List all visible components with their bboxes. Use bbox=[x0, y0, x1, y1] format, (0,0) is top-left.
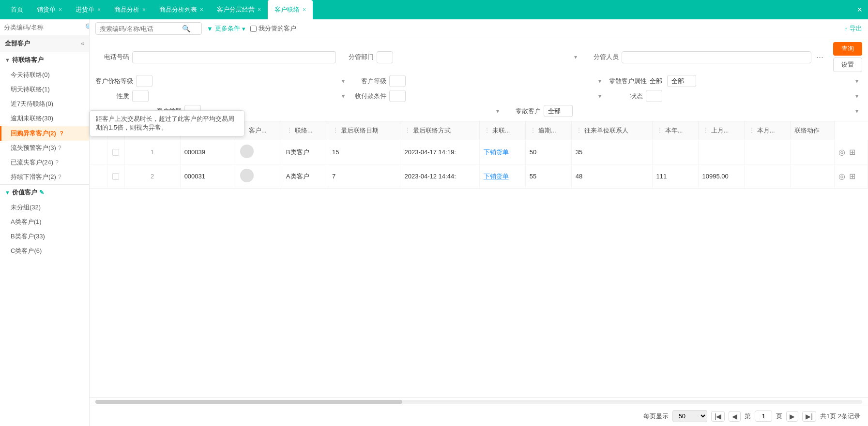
first-page-button[interactable]: |◀ bbox=[711, 411, 725, 422]
sidebar-item-ungroup[interactable]: 未分组(32) bbox=[0, 200, 89, 215]
row-contact-count-cell: 7 bbox=[328, 164, 400, 189]
nav-item-customer-segment[interactable]: 客户分层经营 × bbox=[210, 0, 268, 19]
my-customer-checkbox[interactable] bbox=[250, 26, 257, 32]
nav-item-customer-contact[interactable]: 客户联络 × bbox=[268, 0, 313, 19]
col-this-month[interactable]: 本月... bbox=[744, 121, 790, 140]
row-level-cell: A类客户 bbox=[282, 164, 328, 189]
close-all-tabs-button[interactable]: × bbox=[857, 5, 862, 15]
dept-select[interactable] bbox=[377, 51, 393, 63]
close-purchase-icon[interactable]: × bbox=[97, 6, 101, 13]
manager-more-icon[interactable]: ··· bbox=[814, 53, 825, 61]
page-input[interactable] bbox=[755, 411, 772, 422]
sidebar-pending-title[interactable]: ▼ 待联络客户 bbox=[0, 52, 89, 68]
advanced-filter: 电话号码 分管部门 分管人员 ··· 查询 bbox=[90, 38, 868, 121]
col-no-contact[interactable]: 未联... bbox=[479, 121, 525, 140]
nav-item-analysis[interactable]: 商品分析 × bbox=[107, 0, 152, 19]
nav-item-purchase[interactable]: 进货单 × bbox=[69, 0, 107, 19]
close-analysis-icon[interactable]: × bbox=[142, 6, 146, 13]
nature-select[interactable] bbox=[132, 90, 149, 102]
col-last-month[interactable]: 上月... bbox=[698, 121, 744, 140]
sidebar-search-input[interactable] bbox=[4, 24, 85, 31]
row-checkbox[interactable] bbox=[112, 173, 119, 180]
add-action-icon[interactable]: ⊞ bbox=[849, 172, 855, 181]
more-filter-button[interactable]: ▼ 更多条件 ▾ bbox=[207, 24, 245, 33]
nav-item-home[interactable]: 首页 bbox=[4, 0, 30, 19]
sidebar-value-header[interactable]: ▼ 价值客户 ✎ bbox=[0, 185, 89, 200]
retail-attr-select[interactable]: 全部 bbox=[667, 75, 696, 87]
customer-search-input[interactable] bbox=[100, 25, 182, 32]
nav-item-analysis-list[interactable]: 商品分析列表 × bbox=[152, 0, 210, 19]
status-select[interactable] bbox=[646, 90, 662, 102]
sidebar-item-lost-warning[interactable]: 流失预警客户(3) ? bbox=[0, 141, 89, 155]
customer-search-icon[interactable]: 🔍 bbox=[182, 25, 190, 32]
sidebar-search-icon[interactable]: 🔍 bbox=[85, 23, 90, 31]
manager-input[interactable] bbox=[622, 51, 811, 63]
retail-attr-label: 零散客户属性 bbox=[609, 77, 647, 86]
sidebar-item-c-class[interactable]: C类客户(6) bbox=[0, 244, 89, 258]
close-sales-icon[interactable]: × bbox=[59, 6, 62, 13]
col-last-method[interactable]: 最后联络方式 bbox=[400, 121, 479, 140]
filter-cell-customer-level: 客户等级 bbox=[352, 75, 606, 87]
my-customer-checkbox-label[interactable]: 我分管的客户 bbox=[250, 24, 296, 33]
row-level-cell: B类客户 bbox=[282, 140, 328, 164]
customer-level-select-wrap bbox=[389, 75, 606, 87]
col-contact-person[interactable]: 往来单位联系人 bbox=[571, 121, 652, 140]
price-level-select[interactable] bbox=[136, 75, 152, 87]
view-action-icon[interactable]: ◎ bbox=[838, 147, 845, 157]
value-edit-icon[interactable]: ✎ bbox=[39, 189, 44, 196]
sidebar-value-group: ▼ 价值客户 ✎ 未分组(32) A类客户(1) B类客户(33) C类客户(6… bbox=[0, 184, 89, 258]
col-overdue[interactable]: 逾期... bbox=[525, 121, 571, 140]
sidebar-search-area: 🔍 bbox=[0, 19, 89, 35]
row-checkbox[interactable] bbox=[112, 149, 119, 156]
sidebar-item-today[interactable]: 今天待联络(0) bbox=[0, 68, 89, 82]
repurchase-help-icon: ? bbox=[60, 130, 63, 137]
sidebar-item-already-lost[interactable]: 已流失客户(24) ? bbox=[0, 155, 89, 170]
search-input-wrap: 🔍 bbox=[95, 22, 202, 35]
phone-input[interactable] bbox=[132, 51, 336, 63]
next-page-button[interactable]: ▶ bbox=[786, 411, 798, 422]
nav-item-sales[interactable]: 销货单 × bbox=[30, 0, 69, 19]
close-segment-icon[interactable]: × bbox=[258, 6, 261, 13]
export-button[interactable]: ↑ 导出 bbox=[845, 24, 863, 33]
last-method-link[interactable]: 下销货单 bbox=[484, 173, 509, 180]
settings-button[interactable]: 设置 bbox=[833, 58, 862, 72]
last-page-button[interactable]: ▶| bbox=[802, 411, 816, 422]
close-contact-icon[interactable]: × bbox=[303, 6, 306, 13]
phone-label: 电话号码 bbox=[95, 53, 129, 61]
sidebar-item-a-class[interactable]: A类客户(1) bbox=[0, 215, 89, 229]
close-analysis-list-icon[interactable]: × bbox=[200, 6, 203, 13]
payment-select-wrap bbox=[389, 90, 606, 102]
per-page-select[interactable]: 50 20 100 200 bbox=[672, 410, 707, 422]
payment-select[interactable] bbox=[389, 90, 406, 102]
horizontal-scrollbar[interactable] bbox=[95, 400, 862, 404]
all-customers-label: 全部客户 bbox=[5, 39, 30, 48]
sidebar-item-tomorrow[interactable]: 明天待联络(1) bbox=[0, 82, 89, 97]
add-action-icon[interactable]: ⊞ bbox=[849, 147, 855, 157]
retail-attr-full-label: 全部 bbox=[650, 77, 662, 86]
row-contact-count-cell: 15 bbox=[328, 140, 400, 164]
per-page-label: 每页显示 bbox=[643, 412, 669, 421]
customer-level-label: 客户等级 bbox=[352, 77, 386, 86]
sidebar-item-b-class[interactable]: B类客户(33) bbox=[0, 229, 89, 244]
prev-page-button[interactable]: ◀ bbox=[729, 411, 741, 422]
filter-cell-manager: 分管人员 ··· bbox=[585, 51, 825, 63]
scroll-thumb[interactable] bbox=[95, 400, 402, 404]
col-this-year[interactable]: 本年... bbox=[652, 121, 698, 140]
col-contact-count[interactable]: 联络... bbox=[282, 121, 328, 140]
row-checkbox-cell bbox=[107, 140, 124, 164]
sidebar-all-customers-header[interactable]: 全部客户 « bbox=[0, 35, 89, 52]
query-button[interactable]: 查询 bbox=[833, 42, 862, 56]
last-method-link[interactable]: 下销货单 bbox=[484, 148, 509, 156]
sidebar-item-declining[interactable]: 持续下滑客户(2) ? bbox=[0, 170, 89, 184]
view-action-icon[interactable]: ◎ bbox=[838, 172, 845, 181]
retail-customer-select[interactable]: 全部 bbox=[544, 105, 573, 117]
sidebar-collapse-icon[interactable]: « bbox=[81, 40, 84, 47]
main-layout: 🔍 全部客户 « ▼ 待联络客户 今天待联络(0) 明天待联络(1) bbox=[0, 19, 868, 426]
col-last-date[interactable]: 最后联络日期 bbox=[328, 121, 400, 140]
sidebar-item-7days[interactable]: 近7天待联络(0) bbox=[0, 97, 89, 111]
sidebar-item-repurchase-abnormal[interactable]: 回购异常客户(2) ? bbox=[0, 126, 89, 141]
customer-level-select[interactable] bbox=[389, 75, 406, 87]
filter-cell-retail-customer: 零散客户 全部 bbox=[507, 105, 862, 117]
retail-customer-select-wrap: 全部 bbox=[544, 105, 862, 117]
sidebar-item-overdue[interactable]: 逾期未联络(30) bbox=[0, 111, 89, 126]
